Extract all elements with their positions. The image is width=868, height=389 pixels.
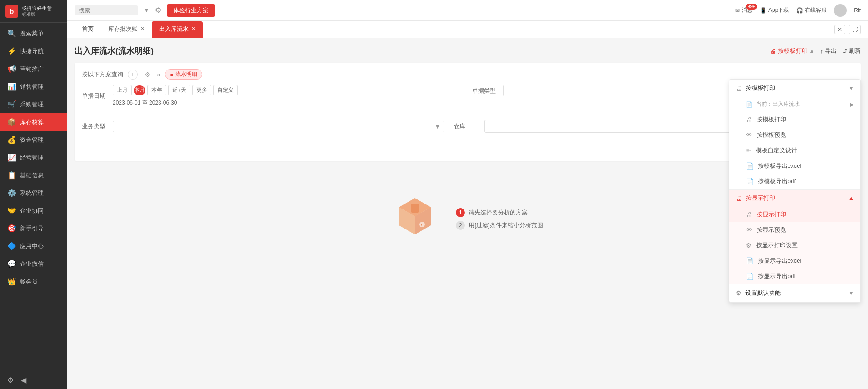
- date-btn-custom[interactable]: 自定义: [213, 85, 238, 95]
- print-button[interactable]: 🖨 按模板打印 ▲: [770, 47, 815, 55]
- sidebar-item-search[interactable]: 🔍 搜索菜单: [0, 25, 67, 42]
- display-print-header-icon: 🖨: [736, 194, 742, 202]
- topbar-gear-icon[interactable]: ⚙: [155, 6, 161, 15]
- biz-type-select[interactable]: ▼: [113, 121, 444, 132]
- search-arrow-icon[interactable]: ▼: [144, 7, 150, 14]
- display-preview-icon: 👁: [746, 226, 752, 234]
- sidebar-item-basics[interactable]: 📋 基础信息: [0, 166, 67, 184]
- dropdown-item-display-preview[interactable]: 👁 按显示预览: [729, 222, 860, 238]
- sidebar-item-membership[interactable]: 👑 畅会员: [0, 273, 67, 290]
- warehouse-label: 仓库: [454, 122, 481, 130]
- dropdown-section-default: ⚙ 设置默认功能 ▼: [729, 284, 860, 302]
- sidebar-item-wechat[interactable]: 💬 企业微信: [0, 255, 67, 273]
- export-button[interactable]: ↑ 导出: [820, 47, 837, 55]
- filter-add-button[interactable]: +: [128, 70, 138, 80]
- dropdown-panel: 🖨 按模板打印 ▼ 📄 当前：出入库流水 ▶ 🖨 按模板打印: [729, 79, 861, 303]
- tab-close-all-button[interactable]: ✕: [834, 25, 845, 34]
- online-service-button[interactable]: 🎧 在线客服: [796, 6, 827, 14]
- sidebar-item-sales[interactable]: 📊 销售管理: [0, 78, 67, 95]
- sidebar-item-label: 系统管理: [20, 189, 44, 197]
- dropdown-item-display-excel[interactable]: 📄 按显示导出excel: [729, 253, 860, 269]
- tabbar-controls: ✕ ⛶: [834, 25, 861, 34]
- sidebar-item-system[interactable]: ⚙️ 系统管理: [0, 184, 67, 202]
- date-btn-this-year[interactable]: 本年: [147, 85, 166, 95]
- sidebar-item-operations[interactable]: 📈 经营管理: [0, 149, 67, 166]
- diamond-icon: 🔷: [7, 242, 16, 250]
- tab-flow[interactable]: 出入库流水 ✕: [152, 21, 203, 38]
- sidebar-item-inventory[interactable]: 📦 库存核算: [0, 113, 67, 131]
- topbar: ▼ ⚙ 体验行业方案 ✉ 消息 99+ 📱 App下载 🎧 在线客服 Rit: [67, 0, 868, 21]
- page-header: 出入库流水(流水明细) 🖨 按模板打印 ▲ ↑ 导出 ↺ 刷新: [75, 45, 861, 56]
- biz-dropdown-arrow-icon: ▼: [434, 123, 440, 130]
- template-print-header[interactable]: 🖨 按模板打印 ▼: [729, 80, 860, 97]
- message-button[interactable]: ✉ 消息 99+: [735, 6, 753, 14]
- dropdown-item-template-preview[interactable]: 👁 按模板预览: [729, 127, 860, 143]
- sidebar-item-finance[interactable]: 💰 资金管理: [0, 131, 67, 149]
- sidebar-item-quicknav[interactable]: ⚡ 快捷导航: [0, 42, 67, 60]
- sidebar-item-newbie[interactable]: 🎯 新手引导: [0, 219, 67, 237]
- crown-icon: 👑: [7, 277, 16, 286]
- sidebar-item-label: 畅会员: [20, 278, 38, 286]
- preview-item-icon: 👁: [746, 131, 752, 139]
- empty-steps: 1 请先选择要分析的方案 2 用[过滤]条件来缩小分析范围: [456, 208, 543, 234]
- sidebar-item-marketing[interactable]: 📢 营销推广: [0, 60, 67, 78]
- date-btn-more[interactable]: 更多: [192, 85, 211, 95]
- tab-flow-close-icon[interactable]: ✕: [191, 26, 195, 32]
- sidebar-item-label: 基础信息: [20, 171, 44, 180]
- display-print-header[interactable]: 🖨 按显示打印 ▲: [729, 190, 860, 207]
- filter-chip[interactable]: ● 流水明细: [165, 69, 202, 80]
- dropdown-item-display-settings[interactable]: ⚙ 按显示打印设置: [729, 238, 860, 253]
- sidebar-item-label: 资金管理: [20, 136, 44, 144]
- filter-collapse-button[interactable]: «: [157, 71, 160, 78]
- tab-batch-close-icon[interactable]: ✕: [140, 26, 145, 32]
- sidebar-item-purchase[interactable]: 🛒 采购管理: [0, 95, 67, 113]
- sidebar: b 畅捷通好生意 标准版 🔍 搜索菜单 ⚡ 快捷导航 📢 营销推广 📊 销售管理…: [0, 0, 67, 389]
- date-btn-last-month[interactable]: 上月: [113, 85, 132, 95]
- date-field: 单据日期 上月 本月 本年 近7天 更多 自定义 2023-06-01 至 20…: [82, 85, 463, 107]
- tab-expand-button[interactable]: ⛶: [849, 25, 861, 34]
- tab-home[interactable]: 首页: [75, 21, 101, 38]
- dropdown-item-template-pdf[interactable]: 📄 按模板导出pdf: [729, 174, 860, 189]
- user-avatar[interactable]: [834, 4, 847, 17]
- printer-item-icon: 🖨: [746, 116, 752, 123]
- dropdown-item-display-pdf[interactable]: 📄 按显示导出pdf: [729, 269, 860, 284]
- sidebar-item-appcenter[interactable]: 🔷 应用中心: [0, 237, 67, 255]
- filter-label: 按以下方案查询: [82, 70, 123, 79]
- refresh-button[interactable]: ↺ 刷新: [842, 47, 861, 55]
- username-label[interactable]: Rit: [854, 7, 861, 14]
- biz-type-field: 业务类型 ▼: [82, 121, 444, 132]
- default-func-header[interactable]: ⚙ 设置默认功能 ▼: [729, 284, 860, 302]
- megaphone-icon: 📢: [7, 65, 16, 73]
- cart-icon: 🛒: [7, 100, 16, 109]
- tab-batch[interactable]: 库存批次账 ✕: [101, 21, 152, 38]
- sidebar-item-collab[interactable]: 🤝 企业协同: [0, 202, 67, 219]
- collapse-sidebar-icon[interactable]: ◀: [21, 376, 26, 384]
- gear-icon: ⚙️: [7, 189, 16, 197]
- step-2-text: 用[过滤]条件来缩小分析范围: [469, 221, 543, 229]
- dropdown-item-template-custom[interactable]: ✏ 模板自定义设计: [729, 143, 860, 158]
- main-container: ▼ ⚙ 体验行业方案 ✉ 消息 99+ 📱 App下载 🎧 在线客服 Rit 首…: [67, 0, 868, 389]
- dropdown-item-template-print[interactable]: 🖨 按模板打印: [729, 112, 860, 127]
- message-badge: 99+: [746, 4, 757, 10]
- sidebar-logo: b 畅捷通好生意 标准版: [0, 0, 67, 23]
- headset-icon: 🎧: [796, 7, 803, 14]
- filter-settings-button[interactable]: ⚙: [142, 70, 152, 80]
- page-title: 出入库流水(流水明细): [75, 45, 154, 56]
- date-btn-this-month[interactable]: 本月: [134, 85, 145, 95]
- dropdown-item-template-excel[interactable]: 📄 按模板导出excel: [729, 158, 860, 174]
- money-icon: 💰: [7, 135, 16, 144]
- date-btn-7days[interactable]: 近7天: [168, 85, 190, 95]
- edit-item-icon: ✏: [746, 147, 751, 154]
- settings-icon[interactable]: ⚙: [7, 376, 14, 384]
- default-func-chevron-icon: ▼: [848, 290, 854, 296]
- printer-icon: 🖨: [770, 48, 776, 55]
- date-label: 单据日期: [82, 92, 109, 100]
- template-current-item[interactable]: 📄 当前：出入库流水 ▶: [729, 97, 860, 112]
- template-print-header-icon: 🖨: [736, 85, 742, 92]
- display-pdf-icon: 📄: [746, 273, 753, 280]
- search-input[interactable]: [75, 5, 138, 15]
- app-download-button[interactable]: 📱 App下载: [760, 6, 789, 14]
- industry-solution-button[interactable]: 体验行业方案: [167, 4, 215, 17]
- dropdown-item-display-print[interactable]: 🖨 按显示打印: [729, 207, 860, 222]
- step-num-1: 1: [456, 208, 465, 217]
